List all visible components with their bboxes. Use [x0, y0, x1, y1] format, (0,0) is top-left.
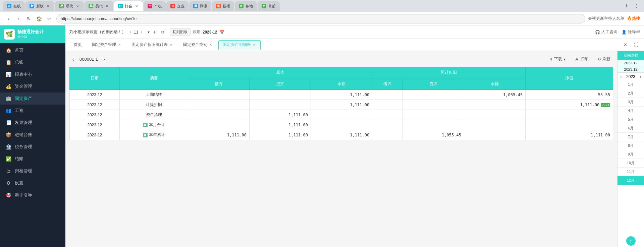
hot-search-label[interactable]: 🔥热搜 — [627, 16, 640, 21]
table-row: 2023-12 📋本年累计 1,111.00 1,111.00 1,111.00… — [70, 130, 613, 140]
period-month-item[interactable]: 10月 — [618, 159, 644, 168]
period-month-item[interactable]: 12月 — [618, 176, 644, 185]
sidebar-item-payroll[interactable]: 👥工资 — [0, 105, 65, 117]
tab-favicon: 易 — [89, 4, 93, 8]
sidebar-item-general-ledger[interactable]: 📋总账 — [0, 56, 65, 68]
col-summary: 摘要 — [120, 67, 188, 90]
cell-summary: 📋本月合计 — [120, 120, 188, 130]
tab-favicon: 在 — [7, 4, 11, 8]
sidebar-item-guide[interactable]: 🎯新手引导 — [0, 189, 65, 201]
sidebar-item-archive[interactable]: 🗂归档管理 — [0, 165, 65, 177]
back-button[interactable]: ‹ — [4, 14, 13, 23]
reload-button[interactable]: ↻ — [24, 14, 34, 23]
browser-tab-t5[interactable]: 好好会✕ — [114, 1, 143, 11]
browser-tab-t3[interactable]: 易易代✕ — [55, 1, 84, 11]
sidebar-item-invoice[interactable]: 🧾发票管理 — [0, 117, 65, 129]
browser-tab-bar: 在在线新新版✕易易代✕易易代✕好好会✕个个税C企业腾腾讯畅畅播各各地目目前 — [3, 1, 621, 11]
tab-favicon: 畅 — [216, 4, 221, 8]
browser-tab-t9[interactable]: 畅畅播 — [212, 1, 234, 11]
page-tab-fixed-asset-mgmt[interactable]: 固定资产管理✕ — [88, 40, 126, 50]
period-month-item[interactable]: 6月 — [618, 124, 644, 133]
period-month-item[interactable]: 11月 — [618, 168, 644, 176]
period-month-item[interactable]: 9月 — [618, 150, 644, 159]
tab-label: 易代 — [66, 4, 73, 9]
sidebar-item-inventory[interactable]: 📦进销台账 — [0, 129, 65, 141]
refresh-button[interactable]: ↻ 刷新 — [595, 55, 613, 63]
period-month-item[interactable]: 4月 — [618, 107, 644, 115]
period-month-item[interactable]: 1月 — [618, 80, 644, 89]
sidebar-item-fixed-assets[interactable]: 🏢固定资产 — [0, 92, 65, 105]
sidebar-label-tax: 税务管理 — [15, 144, 32, 150]
period-month-item[interactable]: 8月 — [618, 141, 644, 150]
support-button[interactable]: 🎧 人工咨询 — [595, 29, 618, 35]
top-bar: 刘小艳演示账套（勿删勿动！） （ 11 ） ▾ + ⚙ 切到旧版 账期 2023… — [65, 25, 644, 39]
browser-tab-t8[interactable]: 腾腾讯 — [189, 1, 211, 11]
tab-close-icon[interactable]: ✕ — [134, 4, 139, 8]
home-button[interactable]: 🏠 — [34, 14, 44, 23]
add-account-button[interactable]: + — [153, 29, 156, 35]
cell-orig-debit — [188, 110, 249, 120]
page-tab-asset-category[interactable]: 固定资产类别✕ — [179, 40, 217, 50]
page-tab-label: 固定资产管理 — [92, 42, 116, 48]
prev-account-button[interactable]: ‹ — [69, 56, 77, 63]
cell-orig-credit — [249, 100, 311, 110]
settings-icon-btn[interactable]: ⚙ — [158, 27, 168, 37]
browser-tab-t2[interactable]: 新新版✕ — [25, 1, 54, 11]
tab-close-icon[interactable]: ✕ — [46, 4, 50, 8]
page-tab-close[interactable]: ✕ — [117, 43, 121, 47]
sidebar-item-settlement[interactable]: ✅结账 — [0, 153, 65, 165]
browser-tab-t1[interactable]: 在在线 — [3, 1, 25, 11]
print-label: 打印 — [580, 56, 588, 62]
sidebar-label-payroll: 工资 — [15, 108, 23, 114]
page-tab-asset-detail[interactable]: 固定资产明细账✕ — [218, 40, 261, 50]
switch-version-button[interactable]: 切到旧版 — [170, 28, 191, 36]
sidebar-item-funds[interactable]: 💰资金管理 — [0, 80, 65, 92]
page-tab-home[interactable]: 首页 — [69, 40, 86, 50]
close-tab-button[interactable]: ✕ — [621, 41, 629, 49]
page-tab-close[interactable]: ✕ — [169, 43, 173, 47]
bookmark-button[interactable]: ☆ — [44, 14, 54, 23]
scroll-up-button[interactable]: ↑ — [626, 236, 636, 246]
refresh-label: 刷新 — [602, 56, 610, 62]
browser-menu-button[interactable]: ⋮ — [632, 1, 641, 11]
browser-tab-t6[interactable]: 个个税 — [144, 1, 166, 11]
sidebar-item-home[interactable]: 🏠首页 — [0, 44, 65, 56]
period-month-item[interactable]: 3月 — [618, 98, 644, 107]
next-account-button[interactable]: › — [101, 56, 108, 63]
prev-year-button[interactable]: ‹ — [620, 74, 622, 79]
page-tab-close[interactable]: ✕ — [252, 43, 256, 47]
period-month-item[interactable]: 2月 — [618, 89, 644, 98]
maximize-tab-button[interactable]: ⛶ — [632, 41, 640, 49]
user-profile[interactable]: 👤 徐译华 — [622, 29, 640, 35]
print-button[interactable]: 🖨 打印 — [572, 55, 591, 63]
account-code-value: 000001 — [79, 57, 94, 62]
browser-tab-t7[interactable]: C企业 — [166, 1, 189, 11]
table-row: 2023-12 资产清理 1,111.00 — [70, 110, 613, 120]
col-orig-debit: 借方 — [188, 78, 249, 90]
sidebar-icon-tax: 🏦 — [5, 144, 11, 150]
next-year-button[interactable]: › — [640, 74, 641, 79]
sidebar-item-reports[interactable]: 📊报表中心 — [0, 68, 65, 80]
forward-button[interactable]: › — [14, 14, 23, 23]
browser-tab-t4[interactable]: 易易代✕ — [85, 1, 113, 11]
tab-close-icon[interactable]: ✕ — [75, 4, 80, 8]
cell-summary: 资产清理 — [120, 110, 188, 120]
download-button[interactable]: ⬇ 下载 ▾ — [547, 55, 568, 63]
address-input[interactable] — [56, 14, 585, 23]
tab-close-icon[interactable]: ✕ — [105, 4, 109, 8]
account-dropdown[interactable]: ▾ — [146, 27, 151, 37]
sidebar-item-tax[interactable]: 🏦税务管理 — [0, 141, 65, 153]
new-tab-button[interactable]: + — [623, 2, 631, 10]
sidebar-item-settings[interactable]: ⚙设置 — [0, 177, 65, 189]
period-month-item[interactable]: 5月 — [618, 115, 644, 124]
period-month-item[interactable]: 7月 — [618, 133, 644, 141]
sidebar-label-guide: 新手引导 — [15, 192, 32, 198]
top-bar-right: 🎧 人工咨询 👤 徐译华 — [595, 29, 640, 35]
period-edit-button[interactable]: 📅 — [219, 30, 224, 35]
ledger-table: 日期 摘要 原值 累计折旧 净值 借方 贷方 余额 借方 贷方 余额 — [69, 67, 613, 140]
page-tab-depreciation-stat[interactable]: 固定资产折旧统计表✕ — [127, 40, 177, 50]
browser-tab-t10[interactable]: 各各地 — [235, 1, 257, 11]
cell-orig-debit: 1,111.00 — [188, 130, 249, 140]
browser-tab-t11[interactable]: 目目前 — [258, 1, 280, 11]
page-tab-close[interactable]: ✕ — [209, 43, 213, 47]
